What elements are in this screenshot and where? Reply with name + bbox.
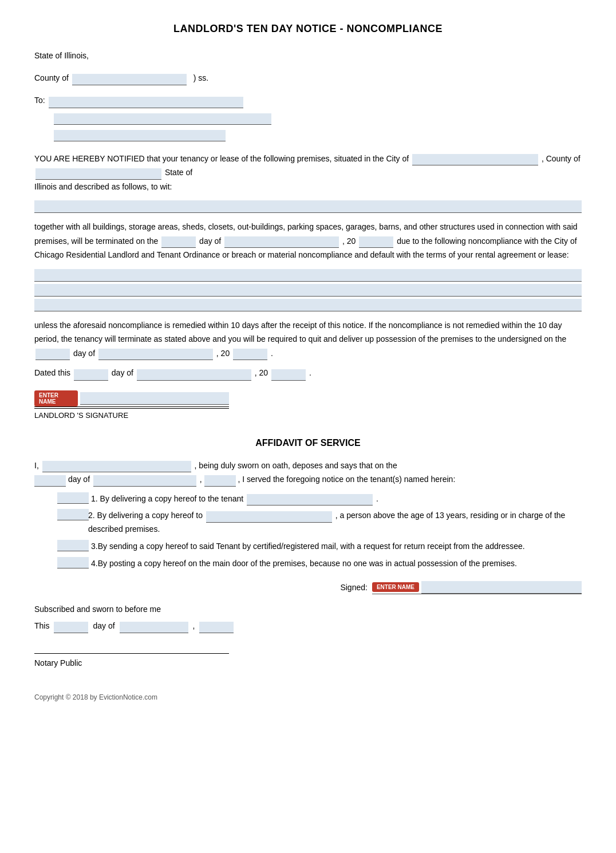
- notary-month-input[interactable]: [120, 622, 188, 633]
- to-label: To:: [34, 93, 45, 108]
- service4-check[interactable]: [57, 557, 89, 568]
- ss-label: ) ss.: [194, 73, 208, 82]
- aff-month-input[interactable]: [93, 475, 196, 487]
- copyright: Copyright © 2018 by EvictionNotice.com: [34, 693, 582, 701]
- landlord-signature-block: ENTER NAME LANDLORD 'S SIGNATURE: [34, 391, 582, 420]
- quit-day-input[interactable]: [35, 349, 70, 360]
- body-para-1: YOU ARE HEREBY NOTIFIED that your tenanc…: [34, 152, 582, 194]
- quit-month-input[interactable]: [98, 349, 213, 360]
- county-input[interactable]: [72, 74, 187, 85]
- service2-name-input[interactable]: [206, 511, 332, 523]
- aff-year-input[interactable]: [204, 475, 236, 487]
- service-item-1: 1. By delivering a copy hereof to the te…: [57, 492, 582, 506]
- to-input-1[interactable]: [49, 97, 243, 108]
- affiant-name-input[interactable]: [42, 461, 191, 472]
- to-input-2[interactable]: [54, 113, 271, 125]
- termination-month-input[interactable]: [224, 236, 339, 248]
- to-input-3[interactable]: [54, 130, 226, 141]
- signed-input[interactable]: [421, 581, 582, 594]
- noncompliance-input-3[interactable]: [34, 299, 582, 311]
- subscribed-section: Subscribed and sworn to before me This d…: [34, 602, 582, 633]
- page-title: LANDLORD'S TEN DAY NOTICE - NONCOMPLIANC…: [34, 23, 582, 35]
- county-section: County of ) ss.: [34, 71, 582, 85]
- noncompliance-input-2[interactable]: [34, 284, 582, 297]
- enter-name-button-2[interactable]: ENTER NAME: [372, 582, 419, 592]
- description-input-1[interactable]: [34, 200, 582, 213]
- quit-year-input[interactable]: [233, 349, 267, 360]
- noncompliance-area: [34, 269, 582, 311]
- termination-year-input[interactable]: [359, 236, 393, 248]
- body-para-3: unless the aforesaid noncompliance is re…: [34, 318, 582, 361]
- notary-label: Notary Public: [34, 656, 582, 670]
- notary-sig-line: [34, 641, 229, 654]
- to-section: To:: [34, 93, 582, 141]
- description-area: [34, 200, 582, 213]
- signed-label: Signed:: [340, 583, 367, 592]
- landlord-name-input[interactable]: [80, 392, 229, 405]
- county-label: County of: [34, 73, 69, 82]
- notary-day-input[interactable]: [54, 622, 88, 633]
- enter-name-button[interactable]: ENTER NAME: [34, 390, 78, 406]
- aff-day-input[interactable]: [34, 475, 66, 487]
- affidavit-title: AFFIDAVIT OF SERVICE: [34, 438, 582, 448]
- noncompliance-input-1[interactable]: [34, 269, 582, 282]
- state-line: State of Illinois,: [34, 49, 582, 63]
- dated-day-input[interactable]: [74, 369, 108, 381]
- service3-check[interactable]: [57, 540, 89, 551]
- service2-check[interactable]: [57, 509, 89, 520]
- dated-section: Dated this day of , 20 .: [34, 366, 582, 380]
- notary-section: Notary Public: [34, 641, 582, 670]
- service-item-4: 4.By posting a copy hereof on the main d…: [57, 557, 582, 571]
- body-para-2: together with all buildings, storage are…: [34, 220, 582, 262]
- service1-name-input[interactable]: [247, 494, 373, 506]
- service-item-2: 2. By delivering a copy hereof to , a pe…: [57, 509, 582, 536]
- landlord-sig-label: LANDLORD 'S SIGNATURE: [34, 411, 582, 420]
- termination-day-input[interactable]: [161, 236, 196, 248]
- service-item-3: 3.By sending a copy hereof to said Tenan…: [57, 540, 582, 554]
- city-input[interactable]: [412, 154, 538, 165]
- county2-input[interactable]: [35, 168, 161, 180]
- signed-row: Signed: ENTER NAME: [34, 581, 582, 594]
- notary-year-input[interactable]: [199, 622, 234, 633]
- dated-year-input[interactable]: [271, 369, 306, 381]
- affidavit-para-1: I, , being duly sworn on oath, deposes a…: [34, 459, 582, 487]
- service1-check[interactable]: [57, 492, 89, 504]
- dated-month-input[interactable]: [137, 369, 251, 381]
- service-items: 1. By delivering a copy hereof to the te…: [57, 492, 582, 571]
